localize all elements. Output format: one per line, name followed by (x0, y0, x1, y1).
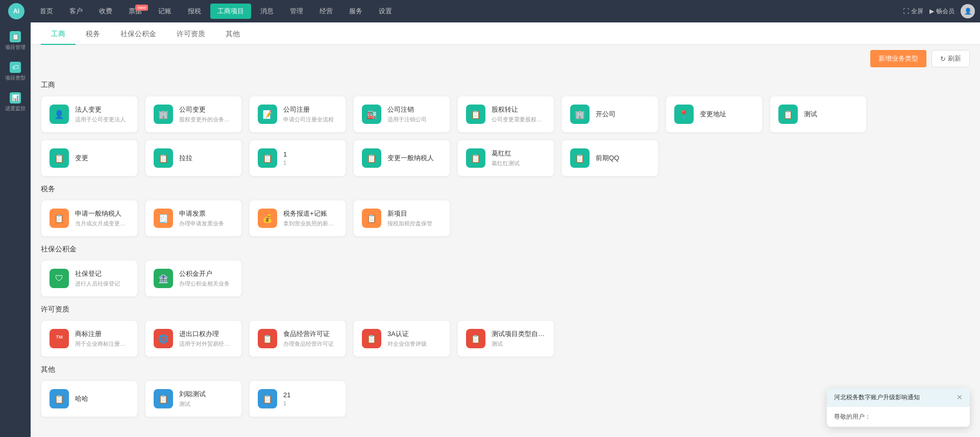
tab-社保公积金[interactable]: 社保公积金 (110, 24, 166, 45)
card-icon: 📝 (258, 105, 277, 124)
nav-item-工商项目[interactable]: 工商项目 (210, 4, 251, 19)
card-desc: 1 (283, 160, 337, 166)
tab-工商[interactable]: 工商 (41, 24, 76, 45)
top-nav: Ai 首页客户收费票据new记账报税工商项目消息管理经营服务设置 ⛶ 全屏 ▶ … (0, 0, 980, 22)
tab-许可资质[interactable]: 许可资质 (166, 24, 215, 45)
nav-item-消息[interactable]: 消息 (253, 4, 281, 19)
card-desc: 办理申请发票业务 (179, 220, 233, 227)
service-card[interactable]: 📋变更一般纳税人 (353, 140, 450, 176)
fullscreen-btn[interactable]: ⛶ 全屏 (903, 7, 923, 16)
service-card[interactable]: 📝公司注册申请公司注册全流程 (249, 96, 346, 133)
nav-item-票据[interactable]: 票据new (121, 4, 149, 19)
sidebar-icon: 📊 (10, 92, 21, 104)
sidebar-item-项目管理[interactable]: 📋项目管理 (2, 28, 29, 54)
service-card[interactable]: 📋刘聪测试测试 (145, 380, 242, 417)
service-card[interactable]: 💰税务报道+记账拿到营业执照的新公司 (249, 200, 346, 237)
refresh-label: 刷新 (948, 54, 961, 63)
nav-item-设置[interactable]: 设置 (372, 4, 399, 19)
card-title: 葛红红 (492, 149, 546, 158)
notif-close-button[interactable]: ✕ (957, 393, 963, 401)
service-card[interactable]: 📋3A认证对企业信誉评级 (353, 320, 450, 357)
card-icon: 📋 (362, 329, 381, 348)
card-title: 刘聪测试 (179, 390, 233, 399)
refresh-button[interactable]: ↻ 刷新 (932, 50, 970, 67)
service-card[interactable]: 📋前期QQ (561, 140, 658, 176)
card-grid-社保公积金: 🛡社保登记进行人员社保登记🏦公积金开户办理公积金相关业务 (41, 260, 970, 297)
nav-item-首页[interactable]: 首页 (33, 4, 60, 19)
card-text: 申请发票办理申请发票业务 (179, 209, 233, 227)
sidebar-item-项目类型[interactable]: 🏷项目类型 (2, 58, 29, 85)
card-grid-工商: 👤法人变更适用于公司变更法人🏢公司变更股权变更外的业务变更📝公司注册申请公司注册… (41, 96, 970, 176)
sidebar-item-进度监控[interactable]: 📊进度监控 (2, 89, 29, 115)
card-title: 股权转让 (492, 105, 546, 114)
card-text: 公司注销适用于注销公司 (387, 105, 442, 123)
service-card[interactable]: 📍变更地址 (666, 96, 763, 133)
service-card[interactable]: 📋葛红红葛红红测试 (457, 140, 554, 176)
service-card[interactable]: 🏢开公司 (561, 96, 658, 133)
avatar[interactable]: 👤 (961, 4, 975, 18)
sidebar-icon: 📋 (10, 31, 21, 42)
card-text: 新项目报税加税控盘保管 (387, 209, 442, 227)
service-card[interactable]: 📋食品经营许可证办理食品经营许可证 (249, 320, 346, 357)
card-icon: 📋 (50, 209, 69, 228)
card-desc: 当月或次月成变更完成 (75, 220, 129, 227)
card-icon: 📋 (466, 329, 485, 348)
card-title: 申请发票 (179, 209, 233, 218)
nav-item-客户[interactable]: 客户 (62, 4, 90, 19)
logo[interactable]: Ai (5, 0, 28, 22)
service-card[interactable]: 🧾申请发票办理申请发票业务 (145, 200, 242, 237)
service-card[interactable]: 📋拉拉 (145, 140, 242, 176)
service-card[interactable]: 🛡社保登记进行人员社保登记 (41, 260, 138, 297)
nav-item-报税[interactable]: 报税 (181, 4, 208, 19)
service-card[interactable]: 📋新项目报税加税控盘保管 (353, 200, 450, 237)
card-icon: ™ (50, 329, 69, 348)
card-icon: 🧾 (154, 209, 173, 228)
card-text: 刘聪测试测试 (179, 390, 233, 408)
nav-item-记账[interactable]: 记账 (151, 4, 179, 19)
card-title: 法人变更 (75, 105, 129, 114)
vip-btn[interactable]: ▶ 畅会员 (929, 7, 954, 16)
sidebar-label: 项目管理 (5, 44, 26, 51)
nav-item-经营[interactable]: 经营 (312, 4, 340, 19)
service-card[interactable]: 📋变更 (41, 140, 138, 176)
nav-item-管理[interactable]: 管理 (283, 4, 310, 19)
card-title: 拉拉 (179, 153, 233, 163)
service-card[interactable]: 📋申请一般纳税人当月或次月成变更完成 (41, 200, 138, 237)
card-text: 开公司 (596, 110, 650, 119)
card-icon: 📋 (258, 148, 277, 168)
card-title: 进出口权办理 (179, 329, 233, 339)
card-text: 商标注册用于企业商标注册服务 (75, 329, 129, 348)
service-card[interactable]: 📋股权转让公司变更需要股权转让 (457, 96, 554, 133)
section-title-工商: 工商 (41, 81, 970, 90)
service-card[interactable]: 👤法人变更适用于公司变更法人 (41, 96, 138, 133)
sidebar-label: 项目类型 (5, 74, 26, 82)
tab-bar: 工商税务社保公积金许可资质其他 (31, 22, 980, 45)
tab-税务[interactable]: 税务 (76, 24, 110, 45)
service-card[interactable]: 📋测试 (770, 96, 867, 133)
card-title: 申请一般纳税人 (75, 209, 129, 218)
card-title: 21 (283, 391, 337, 399)
card-title: 哈哈 (75, 394, 129, 403)
card-title: 开公司 (596, 110, 650, 119)
service-card[interactable]: 🏢公司变更股权变更外的业务变更 (145, 96, 242, 133)
nav-item-收费[interactable]: 收费 (92, 4, 119, 19)
service-card[interactable]: 🏦公积金开户办理公积金相关业务 (145, 260, 242, 297)
notification-popup: 河北税务数字账户升级影响通知 ✕ 尊敬的用户： (827, 388, 970, 427)
service-card[interactable]: 📋11 (249, 140, 346, 176)
card-text: 哈哈 (75, 394, 129, 403)
tab-其他[interactable]: 其他 (215, 24, 250, 45)
card-text: 申请一般纳税人当月或次月成变更完成 (75, 209, 129, 227)
card-icon: 🏦 (154, 269, 173, 288)
service-card[interactable]: 📋211 (249, 380, 346, 417)
card-icon: 📋 (362, 209, 381, 228)
service-card[interactable]: 🏭公司注销适用于注销公司 (353, 96, 450, 133)
service-card[interactable]: ™商标注册用于企业商标注册服务 (41, 320, 138, 357)
service-card[interactable]: 📋哈哈 (41, 380, 138, 417)
card-icon: 👤 (50, 105, 69, 124)
card-title: 变更 (75, 153, 129, 163)
service-card[interactable]: 🌐进出口权办理适用于对外贸易经营者 (145, 320, 242, 357)
new-type-button[interactable]: 新增业务类型 (870, 50, 926, 67)
nav-item-服务[interactable]: 服务 (342, 4, 370, 19)
service-card[interactable]: 📋测试项目类型自定义测试 (457, 320, 554, 357)
card-desc: 1 (283, 400, 337, 406)
